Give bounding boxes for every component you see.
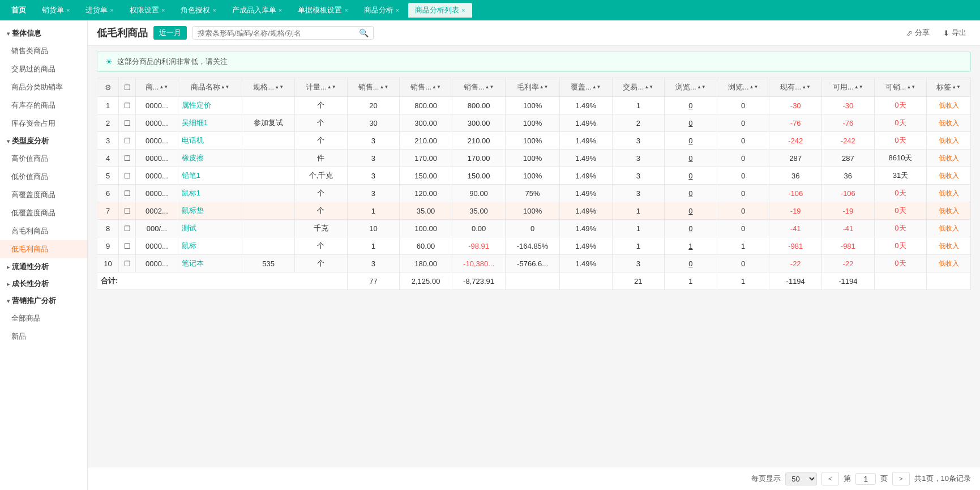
nav-permission[interactable]: 权限设置 ×: [123, 3, 172, 18]
row-sales-profit: 210.00: [452, 132, 505, 150]
sidebar-item-new-products[interactable]: 新品: [0, 327, 87, 346]
row-sellable-days: 0天: [874, 132, 927, 150]
sidebar-item-high-value[interactable]: 高价值商品: [0, 150, 87, 168]
row-checkbox[interactable]: ☐: [119, 255, 136, 272]
sidebar-item-high-coverage[interactable]: 高覆盖度商品: [0, 186, 87, 204]
row-checkbox[interactable]: ☐: [119, 114, 136, 132]
sidebar-item-low-coverage[interactable]: 低覆盖度商品: [0, 204, 87, 222]
col-current-stock[interactable]: 现有...▲▼: [769, 78, 822, 97]
nav-product-analysis-list[interactable]: 商品分析列表 ×: [408, 3, 472, 18]
col-settings[interactable]: ⚙: [97, 78, 119, 97]
row-checkbox[interactable]: ☐: [119, 150, 136, 167]
sidebar-item-all-products[interactable]: 全部商品: [0, 309, 87, 327]
page-number-input[interactable]: [855, 473, 876, 485]
nav-role-auth[interactable]: 角色授权 ×: [174, 3, 222, 18]
col-coverage[interactable]: 覆盖...▲▼: [559, 78, 612, 97]
row-view1[interactable]: 1: [665, 237, 717, 255]
row-view1[interactable]: 0: [665, 150, 717, 167]
row-name[interactable]: 铅笔1: [178, 167, 242, 185]
row-sales-amount: 210.00: [400, 132, 452, 150]
nav-sales-order[interactable]: 销货单 ×: [35, 3, 76, 18]
col-tag[interactable]: 标签▲▼: [927, 78, 971, 97]
row-name[interactable]: 鼠标垫: [178, 202, 242, 220]
row-checkbox[interactable]: ☐: [119, 220, 136, 237]
sidebar-group-flow[interactable]: ▸ 流通性分析: [0, 258, 87, 275]
row-name[interactable]: 电话机: [178, 132, 242, 150]
nav-close-icon-2[interactable]: ×: [110, 7, 113, 14]
nav-product-analysis[interactable]: 商品分析 ×: [357, 3, 406, 18]
share-button[interactable]: ⬀ 分享: [902, 26, 934, 40]
prev-page-button[interactable]: ＜: [821, 472, 839, 485]
row-name[interactable]: 笔记本: [178, 255, 242, 272]
nav-close-icon-6[interactable]: ×: [344, 7, 348, 14]
sidebar-group-overall[interactable]: ▾ 整体信息: [0, 25, 87, 42]
nav-home[interactable]: 首页: [5, 3, 33, 18]
col-gross-margin[interactable]: 毛利率▲▼: [506, 78, 560, 97]
nav-close-icon-5[interactable]: ×: [279, 7, 282, 14]
chevron-right-icon-2: ▸: [7, 281, 10, 287]
col-view2[interactable]: 浏览...▲▼: [717, 78, 769, 97]
col-trade-count[interactable]: 交易...▲▼: [612, 78, 665, 97]
row-name[interactable]: 橡皮擦: [178, 150, 242, 167]
sidebar-item-stock-capital[interactable]: 库存资金占用: [0, 114, 87, 133]
row-checkbox[interactable]: ☐: [119, 132, 136, 150]
col-sales-qty[interactable]: 销售...▲▼: [347, 78, 400, 97]
sidebar-group-growth[interactable]: ▸ 成长性分析: [0, 275, 87, 292]
row-checkbox[interactable]: ☐: [119, 237, 136, 255]
row-unit: 个: [295, 185, 348, 202]
col-available-stock[interactable]: 可用...▲▼: [822, 78, 875, 97]
sidebar-item-sales-products[interactable]: 销售类商品: [0, 42, 87, 60]
col-sales-profit[interactable]: 销售...▲▼: [452, 78, 505, 97]
nav-close-icon-8[interactable]: ×: [461, 7, 465, 14]
search-input[interactable]: [198, 29, 356, 37]
row-view1[interactable]: 0: [665, 202, 717, 220]
nav-purchase-order[interactable]: 进货单 ×: [79, 3, 120, 18]
nav-close-icon-4[interactable]: ×: [212, 7, 216, 14]
sidebar-item-low-margin[interactable]: 低毛利商品: [0, 240, 87, 258]
notice-bar: ☀ 这部分商品的利润非常低，请关注: [97, 52, 971, 72]
row-view1[interactable]: 0: [665, 185, 717, 202]
sidebar-item-low-value[interactable]: 低价值商品: [0, 168, 87, 186]
table-row: 9 ☐ 0000... 鼠标 个 1 60.00 -98.91 -164.85%…: [97, 237, 971, 255]
row-name[interactable]: 属性定价: [178, 97, 242, 114]
sidebar-group-type[interactable]: ▾ 类型度分析: [0, 133, 87, 150]
sidebar-item-high-margin[interactable]: 高毛利商品: [0, 222, 87, 240]
row-checkbox[interactable]: ☐: [119, 167, 136, 185]
nav-close-icon-3[interactable]: ×: [161, 7, 165, 14]
col-checkbox-all[interactable]: ☐: [119, 78, 136, 97]
row-checkbox[interactable]: ☐: [119, 97, 136, 114]
row-name[interactable]: 测试: [178, 220, 242, 237]
next-page-button[interactable]: ＞: [892, 472, 910, 485]
col-unit[interactable]: 计量...▲▼: [295, 78, 348, 97]
footer-sales-qty: 77: [347, 272, 400, 290]
nav-product-entry[interactable]: 产成品入库单 ×: [225, 3, 289, 18]
col-code[interactable]: 商...▲▼: [136, 78, 178, 97]
row-view1[interactable]: 0: [665, 114, 717, 132]
col-name[interactable]: 商品名称▲▼: [178, 78, 242, 97]
row-view1[interactable]: 0: [665, 255, 717, 272]
row-view1[interactable]: 0: [665, 132, 717, 150]
nav-close-icon-7[interactable]: ×: [396, 7, 399, 14]
page-size-select[interactable]: 50 20 100: [785, 472, 817, 485]
row-name[interactable]: 吴细细1: [178, 114, 242, 132]
sidebar-item-stocked-products[interactable]: 有库存的商品: [0, 96, 87, 114]
row-name[interactable]: 鼠标1: [178, 185, 242, 202]
search-icon[interactable]: 🔍: [359, 28, 369, 37]
export-button[interactable]: ⬇ 导出: [939, 26, 971, 40]
row-view1[interactable]: 0: [665, 167, 717, 185]
col-view1[interactable]: 浏览...▲▼: [665, 78, 717, 97]
sidebar-item-traded-products[interactable]: 交易过的商品: [0, 60, 87, 78]
row-checkbox[interactable]: ☐: [119, 185, 136, 202]
row-view1[interactable]: 0: [665, 220, 717, 237]
row-view1[interactable]: 0: [665, 97, 717, 114]
sidebar-group-marketing[interactable]: ▾ 营销推广分析: [0, 292, 87, 309]
col-sales-amount[interactable]: 销售...▲▼: [400, 78, 452, 97]
date-filter-button[interactable]: 近一月: [153, 26, 187, 40]
nav-template-settings[interactable]: 单据模板设置 ×: [291, 3, 354, 18]
nav-close-icon[interactable]: ×: [66, 7, 70, 14]
sidebar-item-category-assist[interactable]: 商品分类助销率: [0, 78, 87, 96]
col-sellable-days[interactable]: 可销...▲▼: [874, 78, 927, 97]
row-name[interactable]: 鼠标: [178, 237, 242, 255]
col-spec[interactable]: 规格...▲▼: [242, 78, 295, 97]
row-checkbox[interactable]: ☐: [119, 202, 136, 220]
